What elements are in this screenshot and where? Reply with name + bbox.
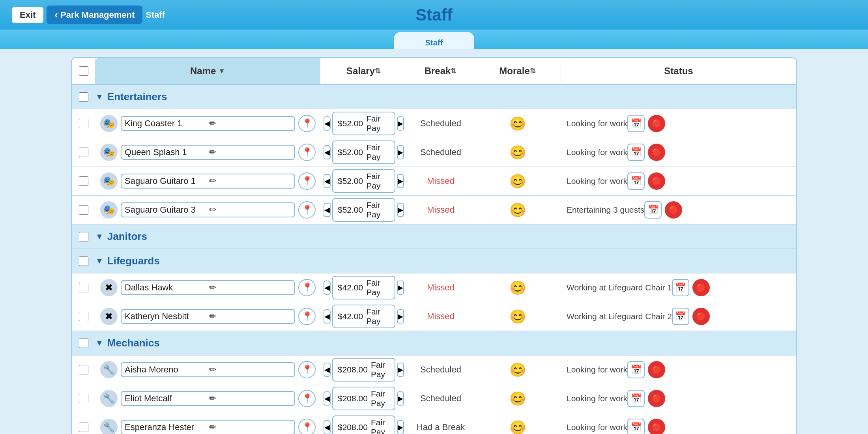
- location-button[interactable]: 📍: [298, 308, 316, 325]
- row-checkbox-cell[interactable]: [72, 116, 95, 131]
- group-checkbox[interactable]: [72, 256, 95, 266]
- salary-increase-button[interactable]: ▶: [397, 391, 404, 406]
- salary-increase-button[interactable]: ▶: [397, 145, 404, 159]
- name-cell: 🎭 King Coaster 1 ✏ 📍: [95, 112, 320, 135]
- salary-decrease-button[interactable]: ◀: [324, 281, 331, 295]
- break-status: Missed: [407, 202, 474, 217]
- header-salary[interactable]: Salary ⇅: [320, 58, 407, 84]
- group-checkbox[interactable]: [72, 339, 95, 348]
- header-break[interactable]: Break ⇅: [407, 58, 474, 84]
- edit-name-icon[interactable]: ✏: [209, 393, 291, 404]
- edit-name-icon[interactable]: ✏: [209, 422, 291, 432]
- edit-name-icon[interactable]: ✏: [209, 365, 291, 375]
- edit-name-icon[interactable]: ✏: [209, 118, 291, 129]
- staff-name: Saguaro Guitaro 1: [125, 176, 207, 186]
- row-checkbox-cell[interactable]: [72, 145, 95, 159]
- fire-button[interactable]: 🔴: [648, 419, 665, 434]
- header-status: Status: [561, 58, 796, 84]
- salary-decrease-button[interactable]: ◀: [324, 174, 331, 188]
- group-checkbox[interactable]: [72, 92, 95, 102]
- group-select-checkbox[interactable]: [79, 92, 88, 102]
- row-select-checkbox[interactable]: [79, 148, 88, 157]
- salary-increase-button[interactable]: ▶: [397, 420, 404, 434]
- group-select-checkbox[interactable]: [79, 339, 88, 348]
- schedule-button[interactable]: 📅: [672, 279, 689, 296]
- header-name[interactable]: Name ▼: [95, 58, 320, 84]
- salary-decrease-button[interactable]: ◀: [324, 116, 331, 131]
- group-select-checkbox[interactable]: [79, 232, 88, 241]
- salary-decrease-button[interactable]: ◀: [324, 309, 331, 324]
- row-select-checkbox[interactable]: [79, 176, 88, 186]
- location-button[interactable]: 📍: [298, 279, 316, 296]
- salary-decrease-button[interactable]: ◀: [324, 203, 331, 217]
- salary-increase-button[interactable]: ▶: [397, 281, 404, 295]
- edit-name-icon[interactable]: ✏: [209, 205, 291, 215]
- salary-type: Fair Pay: [371, 389, 390, 408]
- schedule-button[interactable]: 📅: [627, 172, 645, 190]
- schedule-button[interactable]: 📅: [627, 390, 645, 407]
- row-checkbox-cell[interactable]: [72, 203, 95, 217]
- salary-decrease-button[interactable]: ◀: [324, 145, 331, 159]
- edit-name-icon[interactable]: ✏: [209, 311, 291, 322]
- location-button[interactable]: 📍: [298, 172, 316, 190]
- salary-decrease-button[interactable]: ◀: [324, 363, 331, 377]
- row-select-checkbox[interactable]: [79, 423, 88, 432]
- row-select-checkbox[interactable]: [79, 283, 88, 292]
- staff-name: Katheryn Nesbitt: [125, 311, 207, 322]
- fire-button[interactable]: 🔴: [665, 201, 682, 219]
- row-checkbox-cell[interactable]: [72, 391, 95, 406]
- salary-decrease-button[interactable]: ◀: [324, 391, 331, 406]
- tab-staff[interactable]: Staff: [394, 32, 474, 49]
- schedule-button[interactable]: 📅: [644, 201, 662, 219]
- exit-button[interactable]: Exit: [12, 7, 43, 23]
- fire-button[interactable]: 🔴: [648, 361, 665, 378]
- row-select-checkbox[interactable]: [79, 205, 88, 215]
- salary-increase-button[interactable]: ▶: [397, 116, 404, 131]
- schedule-button[interactable]: 📅: [627, 144, 645, 161]
- schedule-button[interactable]: 📅: [672, 308, 689, 325]
- location-button[interactable]: 📍: [298, 390, 316, 407]
- park-management-button[interactable]: Park Management: [47, 6, 142, 24]
- group-lifeguards[interactable]: Lifeguards: [72, 249, 796, 273]
- edit-name-icon[interactable]: ✏: [209, 282, 291, 293]
- location-button[interactable]: 📍: [298, 361, 316, 378]
- select-all-checkbox[interactable]: [79, 66, 88, 76]
- group-select-checkbox[interactable]: [79, 256, 88, 266]
- fire-button[interactable]: 🔴: [648, 144, 665, 161]
- row-select-checkbox[interactable]: [79, 119, 88, 128]
- salary-increase-button[interactable]: ▶: [397, 363, 404, 377]
- fire-button[interactable]: 🔴: [692, 279, 710, 296]
- staff-table: Name ▼ Salary ⇅ Break ⇅ Morale ⇅ Status: [71, 57, 797, 434]
- fire-button[interactable]: 🔴: [648, 390, 665, 407]
- row-select-checkbox[interactable]: [79, 394, 88, 403]
- salary-increase-button[interactable]: ▶: [397, 203, 404, 217]
- group-entertainers[interactable]: Entertainers: [72, 85, 796, 109]
- fire-button[interactable]: 🔴: [648, 115, 665, 132]
- salary-increase-button[interactable]: ▶: [397, 174, 404, 188]
- row-checkbox-cell[interactable]: [72, 174, 95, 188]
- row-checkbox-cell[interactable]: [72, 281, 95, 295]
- row-select-checkbox[interactable]: [79, 365, 88, 374]
- edit-name-icon[interactable]: ✏: [209, 147, 291, 157]
- location-button[interactable]: 📍: [298, 144, 316, 161]
- header-morale[interactable]: Morale ⇅: [474, 58, 561, 84]
- row-checkbox-cell[interactable]: [72, 309, 95, 324]
- salary-increase-button[interactable]: ▶: [397, 309, 404, 324]
- group-mechanics[interactable]: Mechanics: [72, 331, 796, 355]
- schedule-button[interactable]: 📅: [627, 419, 645, 434]
- fire-button[interactable]: 🔴: [648, 172, 665, 190]
- row-checkbox-cell[interactable]: [72, 363, 95, 377]
- row-select-checkbox[interactable]: [79, 312, 88, 321]
- fire-button[interactable]: 🔴: [692, 308, 710, 325]
- schedule-button[interactable]: 📅: [627, 361, 645, 378]
- row-checkbox-cell[interactable]: [72, 420, 95, 434]
- schedule-button[interactable]: 📅: [627, 115, 645, 132]
- location-button[interactable]: 📍: [298, 419, 316, 434]
- salary-decrease-button[interactable]: ◀: [324, 420, 331, 434]
- location-button[interactable]: 📍: [298, 201, 316, 219]
- edit-name-icon[interactable]: ✏: [209, 176, 291, 186]
- morale-icon: 😊: [509, 116, 526, 131]
- group-checkbox[interactable]: [72, 232, 95, 241]
- group-janitors[interactable]: Janitors: [72, 224, 796, 249]
- location-button[interactable]: 📍: [298, 115, 316, 132]
